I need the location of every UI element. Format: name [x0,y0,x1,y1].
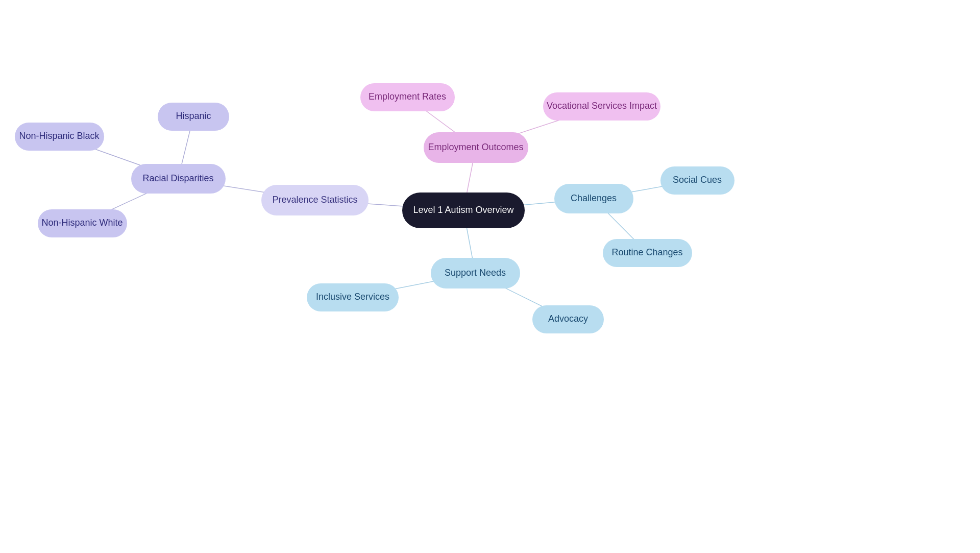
center-node[interactable]: Level 1 Autism Overview [402,193,525,228]
challenges-node[interactable]: Challenges [554,184,633,213]
hispanic-label: Hispanic [176,110,211,122]
employment-rates-node[interactable]: Employment Rates [360,83,455,111]
inclusive-services-label: Inclusive Services [316,291,389,303]
vocational-services-impact-label: Vocational Services Impact [547,100,657,112]
racial-disparities-label: Racial Disparities [142,173,213,184]
social-cues-label: Social Cues [673,174,722,186]
non-hispanic-white-label: Non-Hispanic White [41,217,122,229]
employment-outcomes-node[interactable]: Employment Outcomes [424,132,528,163]
center-node-label: Level 1 Autism Overview [413,204,513,216]
inclusive-services-node[interactable]: Inclusive Services [307,283,399,311]
employment-outcomes-label: Employment Outcomes [428,141,523,153]
non-hispanic-black-node[interactable]: Non-Hispanic Black [15,123,104,151]
non-hispanic-black-label: Non-Hispanic Black [19,130,99,142]
employment-rates-label: Employment Rates [369,91,446,103]
prevalence-statistics-node[interactable]: Prevalence Statistics [261,185,369,215]
racial-disparities-node[interactable]: Racial Disparities [131,164,226,194]
hispanic-node[interactable]: Hispanic [158,103,229,131]
challenges-label: Challenges [571,193,617,204]
support-needs-label: Support Needs [445,267,506,279]
social-cues-node[interactable]: Social Cues [660,166,734,195]
routine-changes-label: Routine Changes [611,247,682,258]
support-needs-node[interactable]: Support Needs [431,258,520,288]
advocacy-label: Advocacy [548,313,588,325]
non-hispanic-white-node[interactable]: Non-Hispanic White [38,209,127,237]
vocational-services-impact-node[interactable]: Vocational Services Impact [543,92,660,121]
routine-changes-node[interactable]: Routine Changes [603,239,692,267]
advocacy-node[interactable]: Advocacy [532,305,604,333]
prevalence-statistics-label: Prevalence Statistics [272,194,357,206]
